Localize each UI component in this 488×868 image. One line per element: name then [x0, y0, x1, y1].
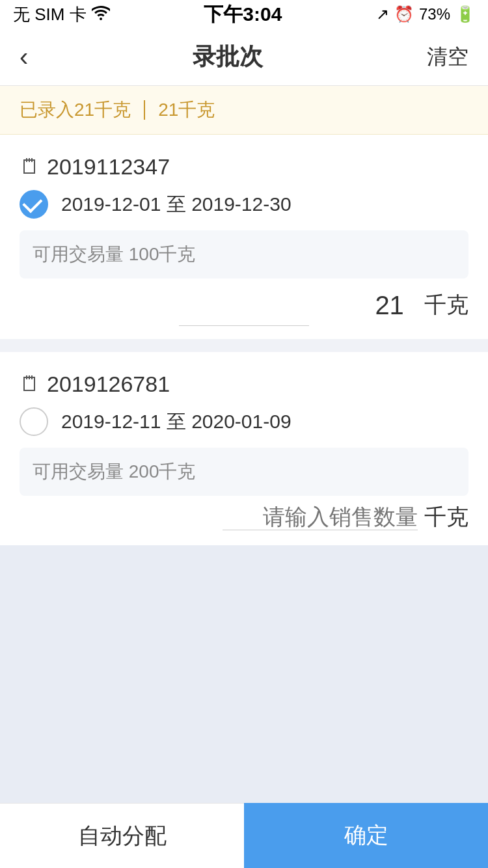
status-time: 下午3:04: [204, 1, 282, 28]
summary-amount: 21千克: [158, 98, 215, 122]
batch-1-unit: 千克: [424, 290, 468, 320]
summary-divider: [144, 100, 145, 120]
batch-1-checkbox[interactable]: [20, 190, 48, 219]
batch-2-quantity-input[interactable]: [223, 504, 418, 530]
status-bar: 无 SIM 卡 下午3:04 ↗ ⏰ 73% 🔋: [0, 0, 488, 29]
batch-1-amount-row: 21 千克: [0, 278, 488, 320]
battery-text: 73%: [419, 5, 450, 23]
wifi-icon: [92, 5, 110, 25]
batch-2-icon: 🗒: [20, 372, 40, 396]
recorded-label: 已录入21千克: [20, 98, 131, 122]
batch-1-header-section: 🗒 2019112347 2019-12-01 至 2019-12-30 可用交…: [0, 135, 488, 278]
batch-2-id-row: 🗒 2019126781: [20, 372, 468, 397]
batch-2-unit: 千克: [424, 502, 468, 532]
carrier-text: 无 SIM 卡: [13, 3, 87, 26]
batch-1-date: 2019-12-01 至 2019-12-30: [61, 191, 291, 218]
batch-item-1: 🗒 2019112347 2019-12-01 至 2019-12-30 可用交…: [0, 135, 488, 339]
clear-button[interactable]: 清空: [427, 43, 468, 72]
batch-1-id-row: 🗒 2019112347: [20, 154, 468, 180]
batch-1-availability: 可用交易量 100千克: [20, 230, 468, 278]
alarm-icon: ⏰: [394, 5, 414, 23]
back-button[interactable]: ‹: [20, 42, 28, 72]
batch-1-separator: [179, 325, 309, 326]
batch-1-icon: 🗒: [20, 155, 40, 179]
batch-2-id: 2019126781: [47, 372, 170, 397]
batch-1-amount-value: 21: [375, 291, 404, 320]
batch-2-checkbox[interactable]: [20, 407, 48, 436]
page-title: 录批次: [193, 41, 263, 73]
batch-1-date-row[interactable]: 2019-12-01 至 2019-12-30: [20, 190, 468, 219]
nav-bar: ‹ 录批次 清空: [0, 29, 488, 86]
batch-2-header-section: 🗒 2019126781 2019-12-11 至 2020-01-09 可用交…: [0, 352, 488, 496]
batch-1-id: 2019112347: [47, 154, 170, 180]
batch-2-amount-row: 千克: [0, 496, 488, 545]
batch-item-2: 🗒 2019126781 2019-12-11 至 2020-01-09 可用交…: [0, 352, 488, 545]
status-right: ↗ ⏰ 73% 🔋: [376, 5, 475, 23]
summary-bar: 已录入21千克 21千克: [0, 86, 488, 135]
battery-icon: 🔋: [455, 5, 475, 23]
batch-2-availability: 可用交易量 200千克: [20, 448, 468, 496]
batch-2-date: 2019-12-11 至 2020-01-09: [61, 409, 291, 435]
batch-2-date-row[interactable]: 2019-12-11 至 2020-01-09: [20, 407, 468, 436]
content-area: 🗒 2019112347 2019-12-01 至 2019-12-30 可用交…: [0, 135, 488, 868]
bottom-bar: 自动分配 确定: [0, 803, 488, 868]
status-left: 无 SIM 卡: [13, 3, 110, 26]
auto-distribute-button[interactable]: 自动分配: [0, 803, 244, 868]
batch-1-amount-spacer: [411, 291, 418, 320]
confirm-button[interactable]: 确定: [244, 803, 488, 868]
empty-area: [0, 545, 488, 806]
location-icon: ↗: [376, 5, 389, 23]
section-gap: [0, 339, 488, 352]
